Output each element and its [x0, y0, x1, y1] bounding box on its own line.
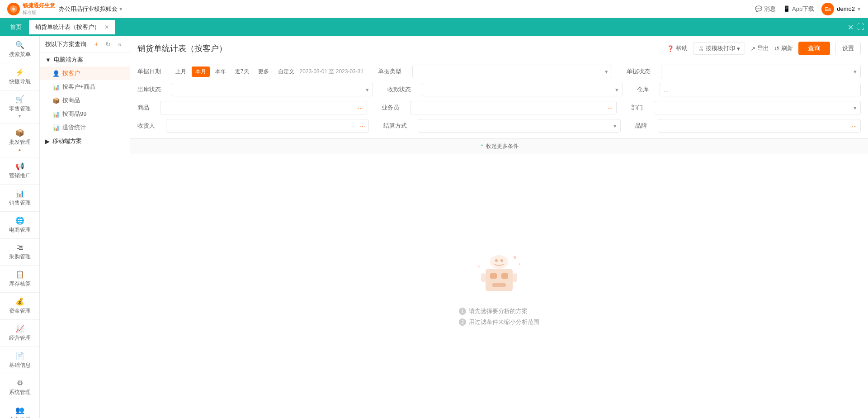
svg-point-7: [490, 255, 508, 269]
industry-chevron-icon: ▾: [119, 5, 123, 12]
warehouse-input[interactable]: ...: [660, 83, 861, 96]
salesperson-input[interactable]: ···: [410, 101, 617, 114]
finance-mgmt-icon: 💰: [2, 297, 38, 306]
this-year-btn[interactable]: 本年: [212, 66, 230, 77]
by-product-99-icon: 📊: [52, 111, 60, 118]
retail-mgmt-icon: 🛒: [2, 95, 38, 104]
export-icon: ↗: [750, 45, 755, 52]
query-button[interactable]: 查询: [798, 42, 830, 55]
schema-add-button[interactable]: +: [92, 40, 101, 49]
product-input[interactable]: ···: [160, 101, 367, 114]
sidebar-item-basic-info[interactable]: 📄 基础信息: [0, 347, 39, 374]
tab-home[interactable]: 首页: [4, 20, 28, 34]
sidebar-item-search-menu[interactable]: 🔍 搜索菜单: [0, 36, 39, 63]
warehouse-filter-label: 仓库: [637, 86, 649, 94]
schema-item-by-product-99[interactable]: 📊 按商品99: [40, 107, 130, 121]
sidebar-item-marketing[interactable]: 📢 营销推广: [0, 157, 39, 185]
schema-item-by-product[interactable]: 📦 按商品: [40, 94, 130, 107]
filter-row-3: 商品 ··· 业务员 ··· 部门 ▾: [137, 101, 861, 114]
export-action[interactable]: ↗ 导出: [750, 44, 769, 52]
tip-1-num: 1: [459, 308, 466, 315]
brand-input[interactable]: ···: [658, 119, 861, 133]
message-icon: 💬: [755, 5, 762, 12]
sidebar-item-wholesale-mgmt[interactable]: 📦 批发管理 ▴: [0, 124, 39, 157]
svg-point-8: [495, 259, 498, 262]
help-action[interactable]: ❓ 帮助: [667, 44, 688, 52]
salesperson-ellipsis[interactable]: ···: [608, 104, 613, 111]
sidebar-item-quick-nav[interactable]: ⚡ 快捷导航: [0, 63, 39, 90]
search-menu-label: 搜索菜单: [2, 51, 38, 58]
sidebar-item-sales-mgmt[interactable]: 📊 销售管理: [0, 185, 39, 212]
svg-rect-3: [501, 273, 508, 279]
app-download-action[interactable]: 📱 App下载: [783, 5, 814, 13]
dept-input[interactable]: ▾: [654, 101, 861, 114]
collapse-label: 收起更多条件: [486, 142, 519, 150]
biz-mgmt-icon: 📈: [2, 324, 38, 333]
template-print-button[interactable]: 🖨 按模板打印 ▾: [693, 42, 745, 55]
collapse-bar[interactable]: ⌃ 收起更多条件: [130, 138, 868, 154]
payment-method-input[interactable]: ▾: [418, 119, 621, 133]
out-status-input[interactable]: ▾: [172, 83, 373, 96]
tab-sales-stat[interactable]: 销货单统计表（按客户） ✕: [29, 20, 115, 34]
tab-close-icon[interactable]: ✕: [104, 24, 109, 30]
help-icon: ❓: [667, 45, 674, 52]
date-filter: 上月 本月 本年 近7天 更多 自定义 2023-03-01 至 2023-03…: [172, 66, 363, 77]
this-month-btn[interactable]: 本月: [192, 66, 210, 77]
custom-date-btn[interactable]: 自定义: [274, 66, 298, 77]
purchase-mgmt-label: 采购管理: [2, 253, 38, 261]
refresh-action[interactable]: ↺ 刷新: [774, 44, 793, 52]
schema-mobile-group: ▶ 移动端方案: [40, 134, 130, 148]
brand-ellipsis[interactable]: ···: [852, 123, 857, 129]
last-7-days-btn[interactable]: 近7天: [231, 66, 253, 77]
product-ellipsis[interactable]: ···: [358, 104, 363, 111]
sidebar-item-inventory[interactable]: 📋 库存核算: [0, 266, 39, 293]
user-chevron-icon: ▾: [858, 5, 861, 12]
schema-item-return-stat[interactable]: 📊 退货统计: [40, 121, 130, 134]
industry-selector[interactable]: 办公用品行业模拟账套 ▾: [59, 5, 123, 13]
username-label: demo2: [837, 5, 855, 12]
sidebar-item-finance-mgmt[interactable]: 💰 资金管理: [0, 293, 39, 320]
last-month-btn[interactable]: 上月: [172, 66, 190, 77]
by-product-label: 按商品: [62, 96, 80, 104]
message-action[interactable]: 💬 消息: [755, 5, 776, 13]
logo-area: 畅捷通好生意 标准版: [7, 2, 55, 16]
maximize-tab-action[interactable]: ⛶: [857, 23, 864, 31]
export-label: 导出: [757, 44, 769, 52]
payment-status-input[interactable]: ▾: [422, 83, 623, 96]
payment-method-chevron-icon: ▾: [613, 123, 617, 129]
page-title: 销货单统计表（按客户）: [137, 43, 227, 54]
wholesale-mgmt-icon: 📦: [2, 128, 38, 137]
schema-refresh-button[interactable]: ↻: [104, 40, 113, 49]
desktop-group-label: 电脑端方案: [54, 56, 83, 64]
order-type-input[interactable]: ▾: [412, 65, 612, 78]
receiver-input[interactable]: ···: [166, 119, 369, 133]
user-area[interactable]: Ea demo2 ▾: [821, 3, 861, 15]
enterprise-collab-label: 企业协同: [2, 416, 38, 418]
close-tab-action[interactable]: ✕: [848, 23, 854, 32]
schema-mobile-group-title[interactable]: ▶ 移动端方案: [40, 134, 130, 148]
payment-method-filter-label: 结算方式: [383, 122, 407, 130]
schema-header-title: 按以下方案查询: [45, 40, 86, 48]
sidebar-item-biz-mgmt[interactable]: 📈 经营管理: [0, 320, 39, 347]
schema-desktop-group-title[interactable]: ▼ 电脑端方案: [40, 53, 130, 66]
receiver-ellipsis[interactable]: ···: [360, 123, 365, 129]
svg-point-12: [478, 266, 480, 267]
schema-item-by-customer-product[interactable]: 📊 按客户+商品: [40, 80, 130, 94]
empty-tip-1: 1 请先选择要分析的方案: [459, 307, 539, 315]
sidebar-item-purchase-mgmt[interactable]: 🛍 采购管理: [0, 239, 39, 266]
ecommerce-mgmt-icon: 🌐: [2, 216, 38, 225]
sidebar-item-sys-mgmt[interactable]: ⚙ 系统管理: [0, 374, 39, 401]
order-type-chevron-icon: ▾: [605, 68, 608, 75]
sidebar-item-enterprise-collab[interactable]: 👥 企业协同: [0, 401, 39, 418]
refresh-icon: ↺: [774, 45, 779, 52]
marketing-label: 营销推广: [2, 172, 38, 180]
sidebar-item-ecommerce-mgmt[interactable]: 🌐 电商管理: [0, 212, 39, 239]
order-status-input[interactable]: ▾: [661, 65, 861, 78]
more-date-btn[interactable]: 更多: [255, 66, 273, 77]
collapse-up-icon: ⌃: [480, 143, 484, 150]
settings-button[interactable]: 设置: [835, 42, 861, 55]
schema-item-by-customer[interactable]: 👤 按客户: [40, 66, 130, 80]
sidebar-item-retail-mgmt[interactable]: 🛒 零售管理 ▾: [0, 90, 39, 124]
schema-collapse-button[interactable]: «: [115, 40, 124, 49]
return-stat-icon: 📊: [52, 124, 60, 131]
